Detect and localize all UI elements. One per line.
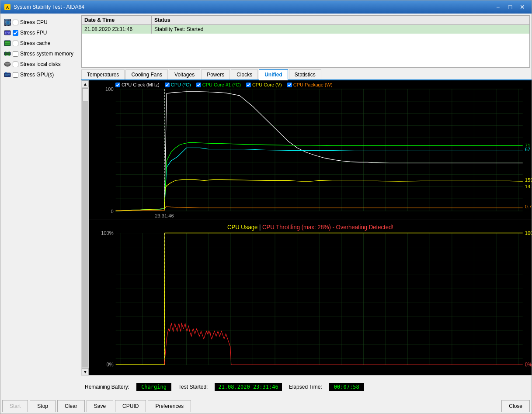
- right-panel: Date & Time Status 21.08.2020 23:31:46 S…: [81, 14, 532, 398]
- legend-cpu-temp-label: CPU (°C): [171, 82, 191, 87]
- stress-memory-label: Stress system memory: [20, 51, 73, 57]
- stress-cache-label: Stress cache: [20, 40, 50, 46]
- svg-text:100%: 100%: [525, 230, 532, 236]
- stress-cache-item: Stress cache: [2, 38, 80, 48]
- main-window: A System Stability Test - AIDA64 − □ ✕: [0, 0, 532, 414]
- left-panel: Stress CPU FPU Stress FPU: [0, 14, 81, 398]
- clear-button[interactable]: Clear: [57, 400, 85, 412]
- elapsed-label: Elapsed Time:: [289, 384, 322, 390]
- stop-button[interactable]: Stop: [30, 400, 56, 412]
- log-row: 21.08.2020 23:31:46 Stability Test: Star…: [82, 25, 529, 34]
- svg-rect-25: [8, 52, 9, 52]
- memory-icon: [4, 50, 11, 57]
- svg-rect-21: [5, 44, 10, 45]
- svg-text:1596: 1596: [525, 177, 532, 183]
- fpu-icon: FPU: [4, 29, 11, 36]
- elapsed-value: 00:07:58: [329, 383, 364, 391]
- title-bar: A System Stability Test - AIDA64 − □ ✕: [0, 0, 532, 14]
- cpuid-button[interactable]: CPUID: [115, 400, 146, 412]
- stress-fpu-item: FPU Stress FPU: [2, 28, 80, 38]
- bottom-bar: Start Stop Clear Save CPUID Preferences …: [0, 398, 532, 414]
- test-started-value: 21.08.2020 23:31:46: [215, 383, 282, 391]
- stress-fpu-label: Stress FPU: [20, 30, 47, 36]
- window-title: System Stability Test - AIDA64: [14, 4, 492, 10]
- preferences-button[interactable]: Preferences: [148, 400, 191, 412]
- log-datetime-cell: 21.08.2020 23:31:46: [82, 25, 152, 34]
- svg-rect-23: [5, 52, 6, 52]
- svg-rect-3: [7, 21, 9, 24]
- legend-cpu-core-v-checkbox[interactable]: [246, 83, 251, 87]
- gpu-icon: [4, 71, 11, 78]
- stress-cpu-checkbox[interactable]: [13, 20, 18, 25]
- legend-cpu-package-w-label: CPU Package (W): [293, 82, 333, 87]
- test-started-label: Test Started:: [178, 384, 208, 390]
- close-button[interactable]: Close: [501, 400, 530, 412]
- start-button[interactable]: Start: [2, 400, 28, 412]
- lower-chart: CPU Usage | CPU Throttling (max: 28%) - …: [89, 220, 532, 375]
- vertical-scrollbar[interactable]: ▲ ▼: [81, 80, 89, 375]
- svg-text:0%: 0%: [525, 361, 532, 368]
- stress-gpu-checkbox[interactable]: [13, 72, 18, 78]
- tab-powers[interactable]: Powers: [201, 69, 230, 79]
- stress-gpu-label: Stress GPU(s): [20, 72, 54, 78]
- tab-temperatures[interactable]: Temperatures: [81, 69, 125, 79]
- tab-clocks[interactable]: Clocks: [231, 69, 258, 79]
- cache-icon: [4, 40, 11, 47]
- window-controls: − □ ✕: [492, 3, 528, 11]
- legend-cpu-package-w-checkbox[interactable]: [287, 83, 292, 87]
- legend-cpu-core-v-label: CPU Core (V): [252, 82, 282, 87]
- stress-memory-checkbox[interactable]: [13, 51, 18, 57]
- stress-gpu-item: Stress GPU(s): [2, 69, 80, 80]
- legend-cpu-core1-label: CPU Core #1 (°C): [202, 82, 241, 87]
- legend-cpu-temp: CPU (°C): [165, 82, 191, 87]
- battery-value: Charging: [136, 383, 171, 391]
- log-status-cell: Stability Test: Started: [152, 25, 529, 34]
- tab-voltages[interactable]: Voltages: [169, 69, 200, 79]
- stress-disks-checkbox[interactable]: [13, 62, 18, 67]
- svg-text:14.9: 14.9: [525, 184, 532, 189]
- stress-fpu-checkbox[interactable]: [13, 30, 18, 36]
- svg-rect-28: [7, 55, 7, 56]
- svg-rect-20: [5, 42, 10, 43]
- stress-cpu-label: Stress CPU: [20, 19, 48, 25]
- disks-icon: [4, 61, 11, 68]
- svg-text:100: 100: [105, 86, 114, 92]
- svg-rect-35: [5, 74, 8, 76]
- scroll-thumb[interactable]: [82, 88, 88, 101]
- svg-text:67: 67: [525, 147, 530, 152]
- legend-cpu-package-w: CPU Package (W): [287, 82, 333, 87]
- scroll-up-btn[interactable]: ▲: [82, 80, 89, 87]
- close-window-button[interactable]: ✕: [517, 3, 528, 11]
- svg-rect-37: [5, 72, 6, 73]
- charts-area: ▲ ▼ CPU Clock (MHz): [81, 80, 532, 375]
- log-header: Date & Time Status: [82, 16, 529, 25]
- svg-rect-29: [8, 55, 9, 56]
- scroll-track: [82, 88, 88, 367]
- stress-cache-checkbox[interactable]: [13, 41, 18, 46]
- scroll-down-btn[interactable]: ▼: [82, 368, 89, 375]
- svg-text:0.775: 0.775: [525, 204, 532, 209]
- tab-unified[interactable]: Unified: [259, 69, 288, 80]
- maximize-button[interactable]: □: [504, 3, 516, 11]
- svg-text:0: 0: [111, 209, 113, 214]
- upper-chart-svg: 100 0: [89, 80, 532, 220]
- tabs-bar: Temperatures Cooling Fans Voltages Power…: [81, 69, 532, 80]
- legend-cpu-core1-checkbox[interactable]: [196, 83, 201, 87]
- tab-cooling-fans[interactable]: Cooling Fans: [125, 69, 168, 79]
- svg-rect-26: [9, 52, 10, 52]
- legend-cpu-clock-label: CPU Clock (MHz): [122, 82, 160, 87]
- svg-text:FPU: FPU: [5, 31, 10, 34]
- svg-rect-22: [4, 52, 10, 55]
- app-icon: A: [4, 3, 11, 10]
- svg-rect-38: [7, 72, 7, 73]
- legend-cpu-temp-checkbox[interactable]: [165, 83, 170, 87]
- legend-cpu-core-v: CPU Core (V): [246, 82, 282, 87]
- svg-rect-19: [4, 41, 10, 46]
- save-button[interactable]: Save: [87, 400, 113, 412]
- svg-rect-27: [5, 55, 6, 56]
- tab-statistics[interactable]: Statistics: [289, 69, 321, 79]
- svg-text:CPU Usage
               | 
  : CPU Usage | CPU Throttling (max: 28%) - …: [227, 223, 393, 231]
- minimize-button[interactable]: −: [492, 3, 504, 11]
- legend-cpu-clock-checkbox[interactable]: [115, 83, 120, 87]
- cpu-icon: [4, 19, 11, 26]
